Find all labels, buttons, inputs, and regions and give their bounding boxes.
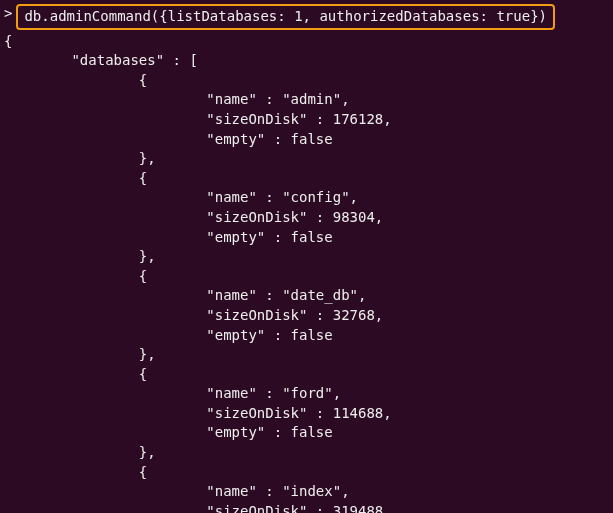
command-highlight-box: db.adminCommand({listDatabases: 1, autho…	[16, 4, 555, 30]
command-output: { "databases" : [ { "name" : "admin", "s…	[4, 32, 609, 513]
command-text[interactable]: db.adminCommand({listDatabases: 1, autho…	[24, 8, 547, 24]
prompt-char: >	[4, 4, 12, 24]
prompt-line: > db.adminCommand({listDatabases: 1, aut…	[4, 4, 609, 30]
